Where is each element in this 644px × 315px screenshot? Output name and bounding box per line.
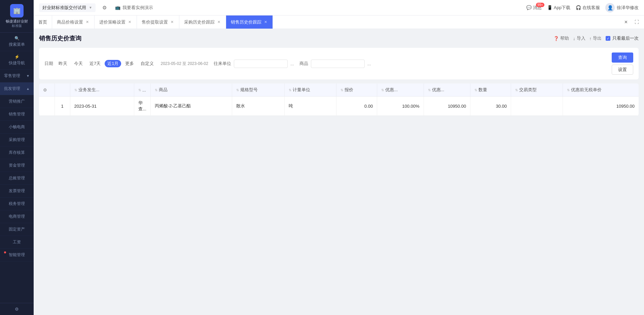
sidebar-item-marketing[interactable]: 营销推广 [0, 95, 34, 108]
finance-label: 资金管理 [9, 163, 25, 168]
col-biz-date[interactable]: ⇅ 业务发生... [70, 83, 134, 97]
col-unit[interactable]: ⇅ 计量单位 [284, 83, 336, 97]
online-service-btn[interactable]: 🎧 在线客服 [576, 5, 600, 11]
col-num [55, 83, 70, 97]
checkbox-checked-icon: ✓ [606, 36, 610, 41]
tab-purchase-history-close[interactable]: ✕ [217, 20, 221, 25]
product-input[interactable] [311, 60, 365, 68]
col-trade-type[interactable]: ⇅ 交易类型 [511, 83, 563, 97]
date-option-last1month[interactable]: 近1月 [105, 60, 121, 67]
col-spec[interactable]: ⇅ 规格型号 [232, 83, 285, 97]
tab-sales-history-close[interactable]: ✕ [263, 20, 268, 25]
cell-spec: 散水 [232, 97, 285, 116]
app-name: 好业财标准版交付试用 [42, 5, 86, 11]
tab-purchase-history[interactable]: 采购历史价跟踪 ✕ [179, 15, 226, 29]
sidebar-item-retail[interactable]: 零售管理 ▼ [0, 70, 34, 82]
source-unit-input[interactable] [234, 60, 288, 68]
sort-icon-discount-price[interactable]: ⇅ [428, 88, 431, 92]
cell-settings [39, 97, 55, 116]
table-column-settings-icon[interactable]: ⚙ [43, 88, 47, 93]
app-selector[interactable]: 好业财标准版交付试用 ▼ [39, 3, 96, 12]
tab-product-price[interactable]: 商品价格设置 ✕ [52, 15, 95, 29]
app-download-btn[interactable]: 📱 App下载 [547, 5, 570, 11]
sort-icon-quantity[interactable]: ⇅ [474, 88, 477, 92]
sort-icon-biz-date[interactable]: ⇅ [74, 88, 77, 92]
cell-quantity: 30.00 [470, 97, 511, 116]
product-more-btn[interactable]: ... [367, 61, 371, 66]
col-discount-rate[interactable]: ⇅ 优惠... [377, 83, 424, 97]
tab-expand-btn[interactable]: ⛶ [632, 18, 641, 27]
export-btn[interactable]: ↑ 导出 [589, 35, 602, 41]
sidebar-item-wholesale[interactable]: 批发管理 ▲ [0, 82, 34, 95]
payroll-label: 工资 [13, 239, 21, 245]
ecommerce-small-label: 小畅电商 [9, 124, 25, 130]
tab-sales-history-label: 销售历史价跟踪 [231, 19, 261, 25]
table-row: 1 2023-05-31 华查... 丙烯酸-2-乙基己酯 散水 [39, 97, 639, 116]
sidebar-quick-nav[interactable]: ⚡ 快捷导航 [0, 51, 34, 70]
query-btn[interactable]: 查询 [612, 53, 633, 63]
sort-icon-more[interactable]: ⇅ [138, 88, 141, 92]
date-option-more[interactable]: 更多 [122, 60, 137, 67]
tab-price-extract-label: 售价提取设置 [142, 19, 168, 25]
demo-link[interactable]: 📺 我要看实例演示 [115, 5, 153, 11]
tab-sales-history[interactable]: 销售历史价跟踪 ✕ [226, 15, 273, 29]
chevron-up-icon: ▲ [26, 87, 30, 91]
help-btn[interactable]: ❓ 帮助 [553, 35, 569, 41]
sort-icon-price[interactable]: ⇅ [341, 88, 343, 92]
messages-badge: 99+ [536, 3, 544, 7]
sidebar-item-payroll[interactable]: 工资 [0, 236, 34, 249]
sidebar-item-tax[interactable]: 税务管理 [0, 198, 34, 210]
sort-icon-discount-rate[interactable]: ⇅ [381, 88, 384, 92]
topbar-settings-btn[interactable]: ⚙ [100, 3, 110, 13]
sort-icon-spec[interactable]: ⇅ [236, 88, 239, 92]
source-unit-more-btn[interactable]: ... [290, 61, 294, 66]
help-label: 帮助 [560, 35, 569, 41]
col-settings: ⚙ [39, 83, 55, 97]
tax-label: 税务管理 [9, 201, 25, 207]
sidebar-item-fixed-assets[interactable]: 固定资产 [0, 223, 34, 236]
col-more: ⇅ ... [134, 83, 150, 97]
sidebar-item-invoice[interactable]: 发票管理 [0, 185, 34, 198]
sidebar-search[interactable]: 🔍 搜索菜单 [0, 33, 34, 51]
tab-product-price-close[interactable]: ✕ [85, 20, 90, 25]
messages-btn[interactable]: 💬 99+ 消息 [526, 5, 542, 11]
date-option-yesterday[interactable]: 昨天 [56, 60, 70, 67]
tab-close-all-btn[interactable]: ✕ [621, 18, 631, 27]
app-download-label: App下载 [554, 5, 570, 11]
chevron-down-icon: ▼ [26, 74, 30, 78]
sidebar-settings-btn[interactable]: ⚙ [0, 303, 34, 315]
sort-icon-trade-type[interactable]: ⇅ [515, 88, 518, 92]
sidebar-item-finance[interactable]: 资金管理 [0, 159, 34, 172]
sidebar-item-ledger[interactable]: 总账管理 [0, 172, 34, 185]
tab-price-strategy[interactable]: 进价策略设置 ✕ [95, 15, 137, 29]
only-last-label: 只看最后一次 [612, 35, 639, 41]
user-name: 徐泽华修改 [617, 5, 639, 11]
col-quantity[interactable]: ⇅ 数量 [470, 83, 511, 97]
settings-btn[interactable]: 设置 [612, 65, 633, 75]
user-info[interactable]: 👤 徐泽华修改 [605, 3, 639, 12]
tab-home[interactable]: 首页 [34, 15, 52, 29]
col-product[interactable]: ⇅ 商品 [150, 83, 232, 97]
only-last-checkbox[interactable]: ✓ 只看最后一次 [606, 35, 639, 41]
tab-price-strategy-close[interactable]: ✕ [128, 20, 132, 25]
col-discount-price[interactable]: ⇅ 优惠... [424, 83, 470, 97]
sort-icon-pretax-price[interactable]: ⇅ [567, 88, 570, 92]
headset-icon: 🎧 [576, 5, 581, 10]
sidebar-item-ecommerce[interactable]: 电商管理 [0, 210, 34, 223]
import-btn[interactable]: ↓ 导入 [573, 35, 585, 41]
sidebar-item-sales[interactable]: 销售管理 [0, 108, 34, 121]
sort-icon-unit[interactable]: ⇅ [289, 88, 291, 92]
col-pretax-price[interactable]: ⇅ 优惠前无税单价 [563, 83, 639, 97]
date-option-last7[interactable]: 近7天 [87, 60, 103, 67]
sidebar-item-smart[interactable]: 智能管理 [0, 249, 34, 261]
tab-price-extract[interactable]: 售价提取设置 ✕ [137, 15, 179, 29]
date-option-today[interactable]: 今天 [71, 60, 85, 67]
sort-icon-product[interactable]: ⇅ [155, 88, 157, 92]
date-range-display: 2023-05-02 至 2023-06-02 [160, 61, 208, 67]
sidebar-item-ecommerce-small[interactable]: 小畅电商 [0, 121, 34, 134]
sidebar-item-inventory[interactable]: 库存核算 [0, 146, 34, 159]
sidebar-item-purchase[interactable]: 采购管理 [0, 134, 34, 146]
col-price[interactable]: ⇅ 报价 [336, 83, 377, 97]
date-option-custom[interactable]: 自定义 [138, 60, 156, 67]
tab-price-extract-close[interactable]: ✕ [170, 20, 174, 25]
